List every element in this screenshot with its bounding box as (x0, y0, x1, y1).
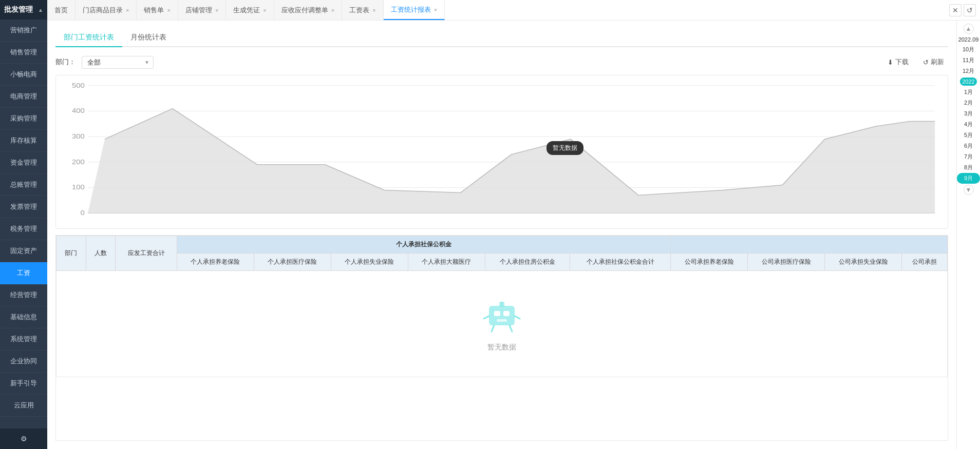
tab-close-receivable[interactable]: × (331, 7, 334, 13)
chart-svg: 5004003002001000 (56, 75, 948, 228)
sidebar: 批发管理 ▲ 营销推广销售管理小畅电商电商管理采购管理库存核算资金管理总账管理发… (0, 0, 47, 449)
sidebar-item-capital[interactable]: 资金管理 (0, 152, 47, 174)
th-公司承担: 公司承担 (902, 253, 948, 271)
timeline-month-10月[interactable]: 10月 (957, 44, 980, 55)
tab-close-store-mgmt[interactable]: × (215, 7, 218, 13)
timeline-month-2月[interactable]: 2月 (957, 97, 980, 108)
tab-home[interactable]: 首页 (47, 0, 76, 20)
dept-label: 部门： (55, 57, 76, 67)
tab-label-home: 首页 (54, 6, 68, 15)
dept-select-wrapper: 全部 ▼ (82, 56, 154, 69)
tab-close-payroll-stats[interactable]: × (434, 7, 437, 13)
timeline-month-1月[interactable]: 1月 (957, 87, 980, 97)
sidebar-header[interactable]: 批发管理 ▲ (0, 0, 47, 19)
tab-close-all-btn[interactable]: ✕ (949, 4, 962, 16)
table-no-data-cell: 暂无数据 (56, 271, 948, 377)
tab-close-production-cert[interactable]: × (263, 7, 266, 13)
tab-receivable[interactable]: 应收应付调整单× (274, 0, 342, 20)
tab-refresh-btn[interactable]: ↺ (964, 4, 976, 16)
download-btn[interactable]: ⬇ 下载 (883, 55, 913, 69)
tab-label-store-catalog: 门店商品目录 (83, 6, 123, 15)
sidebar-item-tutorial[interactable]: 新手引导 (0, 373, 47, 395)
tab-label-payroll-table: 工资表 (349, 6, 369, 15)
svg-text:300: 300 (72, 133, 85, 140)
tab-label-sales-order: 销售单 (144, 6, 164, 15)
timeline-year-month[interactable]: 2022.09 (956, 35, 980, 44)
timeline-month-12月[interactable]: 12月 (957, 66, 980, 76)
tab-label-receivable: 应收应付调整单 (281, 6, 328, 15)
tab-close-store-catalog[interactable]: × (126, 7, 129, 13)
chart-no-data-tooltip: 暂无数据 (546, 141, 583, 155)
tab-payroll-table[interactable]: 工资表× (342, 0, 383, 20)
sidebar-item-inventory[interactable]: 库存核算 (0, 130, 47, 152)
tab-close-payroll-table[interactable]: × (372, 7, 375, 13)
sidebar-item-fixed-assets[interactable]: 固定资产 (0, 240, 47, 262)
settings-icon: ⚙ (21, 435, 27, 443)
svg-text:100: 100 (72, 184, 85, 191)
download-icon: ⬇ (888, 58, 893, 66)
dept-select[interactable]: 全部 (82, 56, 154, 69)
sidebar-item-operations[interactable]: 经营管理 (0, 284, 47, 306)
tab-store-mgmt[interactable]: 店铺管理× (178, 0, 226, 20)
svg-line-21 (492, 325, 494, 331)
timeline-month-11月[interactable]: 11月 (957, 55, 980, 66)
sidebar-item-cloud-app[interactable]: 云应用 (0, 395, 47, 417)
timeline-month-8月[interactable]: 8月 (957, 162, 980, 173)
sidebar-item-mini-ecom[interactable]: 小畅电商 (0, 64, 47, 86)
toolbar-actions: ⬇ 下载 ↺ 刷新 (883, 55, 948, 69)
tab-bar-actions: ✕ ↺ (949, 4, 980, 16)
timeline-month-3月[interactable]: 3月 (957, 108, 980, 119)
sub-tabs: 部门工资统计表月份统计表 (55, 29, 948, 47)
chart-container: 5004003002001000 暂无数据 (55, 75, 948, 229)
tab-close-sales-order[interactable]: × (167, 7, 170, 13)
sidebar-item-tax[interactable]: 税务管理 (0, 218, 47, 240)
table-no-data-row: 暂无数据 (56, 271, 948, 377)
th-个人承担大额医疗: 个人承担大额医疗 (408, 253, 485, 271)
refresh-btn[interactable]: ↺ 刷新 (919, 55, 948, 69)
timeline-month-5月[interactable]: 5月 (957, 130, 980, 141)
th-count: 人数 (86, 236, 116, 271)
sidebar-item-enterprise[interactable]: 企业协同 (0, 350, 47, 373)
main-area: 首页门店商品目录×销售单×店铺管理×生成凭证×应收应付调整单×工资表×工资统计报… (47, 0, 980, 449)
sidebar-item-ledger[interactable]: 总账管理 (0, 174, 47, 196)
sidebar-item-sales[interactable]: 销售管理 (0, 42, 47, 64)
sidebar-item-sys-mgmt[interactable]: 系统管理 (0, 328, 47, 350)
th-公司承担医疗保险: 公司承担医疗保险 (748, 253, 825, 271)
timeline-nav-up[interactable]: ▲ (964, 24, 974, 34)
th-公司承担失业保险: 公司承担失业保险 (825, 253, 902, 271)
tab-store-catalog[interactable]: 门店商品目录× (76, 0, 137, 20)
tab-payroll-stats[interactable]: 工资统计报表× (384, 0, 445, 20)
th-company-social (671, 236, 948, 253)
sub-tab-dept-stats[interactable]: 部门工资统计表 (55, 29, 122, 47)
timeline-month-4月[interactable]: 4月 (957, 119, 980, 130)
sidebar-settings[interactable]: ⚙ (0, 428, 47, 449)
th-个人承担失业保险: 个人承担失业保险 (331, 253, 408, 271)
sidebar-item-invoice[interactable]: 发票管理 (0, 196, 47, 218)
tab-sales-order[interactable]: 销售单× (137, 0, 178, 20)
sidebar-item-base-info[interactable]: 基础信息 (0, 306, 47, 328)
svg-rect-13 (489, 306, 515, 325)
svg-text:0: 0 (81, 210, 85, 217)
th-personal-social: 个人承担社保公积金 (177, 236, 671, 253)
timeline-month-9月[interactable]: 9月 (957, 173, 980, 184)
sidebar-item-purchase[interactable]: 采购管理 (0, 108, 47, 130)
sidebar-item-marketing[interactable]: 营销推广 (0, 19, 47, 42)
tab-production-cert[interactable]: 生成凭证× (226, 0, 274, 20)
svg-rect-15 (503, 311, 510, 316)
sidebar-title: 批发管理 (4, 5, 33, 14)
svg-line-19 (484, 316, 489, 319)
sidebar-item-ecom-mgmt[interactable]: 电商管理 (0, 86, 47, 108)
sidebar-item-payroll[interactable]: 工资 (0, 262, 47, 284)
no-data-icon (481, 296, 522, 337)
toolbar-row: 部门： 全部 ▼ ⬇ 下载 ↺ 刷新 (55, 55, 948, 69)
no-data-text: 暂无数据 (487, 343, 516, 352)
sub-tab-month-stats[interactable]: 月份统计表 (122, 29, 175, 47)
sidebar-toggle-icon: ▲ (38, 7, 43, 13)
timeline-year-badge[interactable]: 2022 (960, 77, 976, 86)
th-个人承担社保公积金合计: 个人承担社保公积金合计 (570, 253, 671, 271)
timeline-nav-down[interactable]: ▼ (964, 185, 974, 195)
timeline-month-6月[interactable]: 6月 (957, 141, 980, 151)
svg-text:200: 200 (72, 159, 85, 165)
timeline-month-7月[interactable]: 7月 (957, 151, 980, 162)
table-section: 部门 人数 应发工资合计 个人承担社保公积金 个人承担养老保险个人承担医疗保险个… (55, 235, 948, 441)
